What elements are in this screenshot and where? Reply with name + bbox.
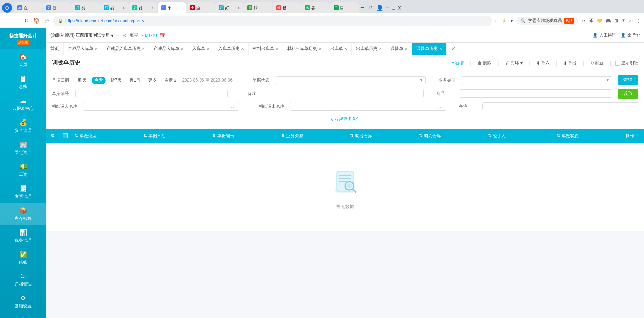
select-all-checkbox[interactable] <box>63 133 68 138</box>
sidebar-item-payroll[interactable]: 💵 工资 <box>0 159 46 181</box>
th-check[interactable] <box>59 133 72 138</box>
theme-icon[interactable]: ☀ <box>622 18 626 23</box>
browser-tab-10[interactable]: 畅 畅 <box>273 2 301 13</box>
sidebar-item-ledger[interactable]: 📋 总账 <box>0 71 46 93</box>
content-tab-close-8[interactable]: ✕ <box>344 47 347 51</box>
content-tab-close-3[interactable]: ✕ <box>181 47 184 51</box>
scissors-icon[interactable]: ✂ <box>582 18 585 23</box>
browser-tab-12[interactable]: 目 目 <box>330 2 359 13</box>
content-tab-close-4[interactable]: ✕ <box>207 47 209 51</box>
browser-tab-8[interactable]: 好 好 ✕ <box>215 2 244 13</box>
note2-input[interactable] <box>482 102 638 110</box>
maximize-btn[interactable]: □ <box>392 5 395 11</box>
th-doc-date[interactable]: ⇅ 单据日期 <box>141 133 209 139</box>
browser-tab-9[interactable]: 腾 腾 <box>244 2 272 13</box>
sidebar-item-archive[interactable]: 🗂 归档管理 <box>0 269 46 291</box>
browser-tab-11[interactable]: 各 各 <box>301 2 330 13</box>
date-7days[interactable]: 近7天 <box>108 77 125 84</box>
docno-input[interactable] <box>75 90 228 97</box>
translate-icon[interactable]: 译 <box>589 18 593 24</box>
note-input[interactable] <box>271 90 423 97</box>
content-tab-close-10[interactable]: ✕ <box>405 47 408 51</box>
detail-in-box[interactable]: … <box>83 102 239 111</box>
export-btn[interactable]: ⬆ 导出 <box>561 59 579 67</box>
company-settings-icon[interactable]: ⚙ <box>122 33 127 38</box>
content-tab-close-all[interactable]: ✕ <box>448 44 458 54</box>
date-custom[interactable]: 自定义 <box>162 77 180 84</box>
sidebar-item-invoice[interactable]: 🧾 发票管理 <box>0 181 46 203</box>
status-dropdown[interactable]: ▾ <box>276 76 426 84</box>
content-tab-close-6[interactable]: ✕ <box>275 47 278 51</box>
content-tab-11[interactable]: 调拨单历史 ✕ <box>412 43 447 55</box>
sidebar-item-fixed-assets[interactable]: 🏢 固定资产 <box>0 137 46 159</box>
goods-dots[interactable]: … <box>604 91 609 96</box>
sidebar-item-tax[interactable]: 📊 税务管理 <box>0 225 46 247</box>
browser-search-box[interactable]: 🔍 学霸应聘场驱鸟员 热搜 <box>516 17 578 25</box>
back-btn[interactable]: ← <box>4 17 11 25</box>
period-value[interactable]: 2021-10 <box>141 33 157 38</box>
browser-tab-active[interactable]: 个 个 <box>158 2 186 13</box>
extensions-icon[interactable]: ⠿ <box>495 18 498 23</box>
avatar[interactable]: 👤 徐泽华 <box>621 32 640 38</box>
tab-close-8[interactable]: ✕ <box>237 6 240 10</box>
dropdown-arrow[interactable]: ▾ <box>511 18 513 23</box>
menu-icon[interactable]: ⋮ <box>636 18 640 23</box>
import-btn[interactable]: ⬇ 导入 <box>534 59 552 67</box>
content-tab-close-9[interactable]: ✕ <box>379 47 382 51</box>
new-btn[interactable]: + 新增 <box>449 59 466 67</box>
browser-profile-icon[interactable]: 👤 <box>376 5 383 11</box>
date-more[interactable]: 更多 <box>145 77 159 84</box>
goods-filter-box[interactable]: … <box>460 89 612 98</box>
content-tab-close-5[interactable]: ✕ <box>241 47 244 51</box>
lightning-icon[interactable]: ⚡ <box>502 18 507 23</box>
show-cols-checkbox[interactable] <box>615 61 620 66</box>
sidebar-item-guide[interactable]: 🎯 新手引导 <box>0 313 46 318</box>
delete-btn[interactable]: 🗑 删除 <box>475 59 493 67</box>
minimize-btn[interactable]: ─ <box>386 5 389 11</box>
detail-in-dots[interactable]: … <box>231 104 236 109</box>
content-tab-2[interactable]: 产成品入库单历史 ✕ <box>102 43 149 55</box>
bookmark-btn[interactable]: ☆ <box>44 17 50 25</box>
content-tab-close-1[interactable]: ✕ <box>95 47 98 51</box>
content-tab-5[interactable]: 入库单历史 ✕ <box>214 43 249 55</box>
forward-btn[interactable]: → <box>13 17 21 25</box>
th-gear[interactable]: ⚙ <box>46 133 59 138</box>
content-tab-9[interactable]: 出库单历史 ✕ <box>352 43 386 55</box>
refresh-browser-btn[interactable]: ↻ <box>23 17 29 25</box>
url-box[interactable]: 🔒 https://cloud.chanjet.com/accounting/u… <box>53 16 492 26</box>
date-yesterday[interactable]: 昨天 <box>75 77 89 84</box>
th-business-type[interactable]: ⇅ 业务类型 <box>278 133 347 139</box>
undo-icon[interactable]: ↩ <box>629 18 633 23</box>
content-tab-10[interactable]: 调拨单 ✕ <box>386 43 412 55</box>
sidebar-item-cloud-report[interactable]: ☁ 云报表中心 <box>0 93 46 115</box>
close-btn[interactable]: ✕ <box>397 5 402 11</box>
detail-out-dots[interactable]: … <box>438 104 443 109</box>
tab-close-4[interactable]: ✕ <box>122 6 125 10</box>
th-doc-type[interactable]: ⇅ 单账类型 <box>72 133 141 139</box>
new-tab-btn[interactable]: + <box>360 4 364 12</box>
add-company-btn[interactable]: + <box>116 32 119 39</box>
detail-out-box[interactable]: … <box>290 102 446 111</box>
content-tab-8[interactable]: 出库单 ✕ <box>326 43 352 55</box>
content-tab-6[interactable]: 材料出库单 ✕ <box>249 43 283 55</box>
print-dropdown-icon[interactable]: ▾ <box>520 61 523 66</box>
business-dropdown[interactable]: ▾ <box>462 76 612 84</box>
show-cols-btn[interactable]: 显示明细 <box>615 60 638 66</box>
content-tab-7[interactable]: 材料出库单历史 ✕ <box>283 43 326 55</box>
content-tab-home[interactable]: 首页 <box>46 43 64 55</box>
grid-icon[interactable]: ⊞ <box>615 18 618 23</box>
sidebar-item-closing[interactable]: ✅ 结账 <box>0 247 46 269</box>
print-btn[interactable]: 🖨 打印 ▾ <box>503 59 525 67</box>
th-handler[interactable]: ⇅ 经手人 <box>485 133 554 139</box>
query-btn[interactable]: 查询 <box>618 75 638 85</box>
collapse-btn[interactable]: ∧ 收起更多条件 <box>52 114 638 124</box>
browser-tab-7[interactable]: 企 企 <box>186 2 215 13</box>
browser-tab-2[interactable]: 新 新 <box>43 2 71 13</box>
sidebar-item-settings[interactable]: ⚙ 基础设置 <box>0 291 46 313</box>
th-in-warehouse[interactable]: ⇅ 调入仓库 <box>416 133 485 139</box>
wallet-icon[interactable]: 💛 <box>597 18 602 23</box>
tab-close-5[interactable]: ✕ <box>151 6 154 10</box>
sidebar-item-home[interactable]: 🏠 首页 <box>0 49 46 71</box>
browser-tab-1[interactable]: 在 在 <box>14 2 42 13</box>
home-btn[interactable]: 🏠 <box>32 17 41 25</box>
